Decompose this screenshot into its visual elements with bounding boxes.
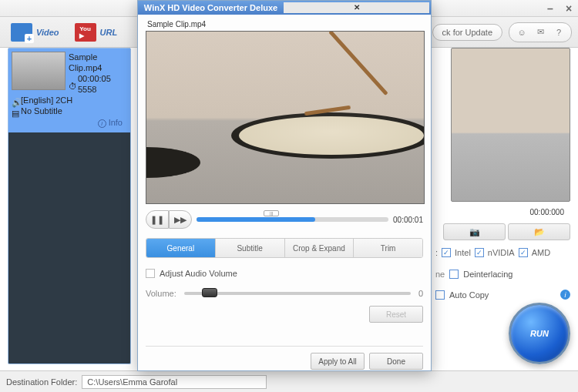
- deinterlacing-checkbox[interactable]: ✓: [449, 270, 459, 279]
- open-folder-button[interactable]: 📂: [508, 223, 570, 240]
- video-label: Video: [36, 28, 59, 37]
- clip-thumbnail: [12, 52, 66, 90]
- youtube-icon: You▶: [75, 23, 96, 42]
- url-label: URL: [100, 28, 118, 37]
- range-handle[interactable]: |||: [264, 210, 279, 216]
- playback-time: 00:00:01: [393, 216, 423, 224]
- info-icon[interactable]: i: [560, 290, 570, 300]
- hw-accel-row: : ✓Intel ✓nVIDIA ✓AMD: [435, 248, 570, 257]
- autocopy-checkbox[interactable]: ✓: [435, 290, 445, 300]
- fast-forward-icon: ▶▶: [174, 215, 187, 225]
- popup-filename: Sample Clip.mp4: [146, 18, 423, 31]
- volume-row: Volume: 0: [146, 289, 423, 298]
- done-button[interactable]: Done: [369, 353, 423, 370]
- folder-icon: 📂: [534, 227, 545, 237]
- popup-title: WinX HD Video Converter Deluxe: [138, 3, 284, 12]
- tab-trim[interactable]: Trim: [353, 239, 422, 257]
- edit-tabs: General Subtitle Crop & Expand Trim: [146, 238, 423, 258]
- autocopy-row: ✓ Auto Copy i: [435, 290, 570, 300]
- clip-item[interactable]: Sample Clip.mp4 ⏱00:00:05 5558 🔊[English…: [8, 49, 130, 132]
- clip-list-panel: Sample Clip.mp4 ⏱00:00:05 5558 🔊[English…: [8, 48, 131, 364]
- volume-value: 0: [418, 289, 423, 298]
- dest-folder-label: Destination Folder:: [6, 377, 77, 387]
- check-update-button[interactable]: ck for Update: [432, 24, 502, 41]
- nvidia-checkbox[interactable]: ✓: [475, 248, 484, 257]
- clip-info-button[interactable]: iInfo: [12, 116, 127, 129]
- clock-icon: ⏱: [69, 81, 76, 88]
- preview-action-tabs: 📷 📂: [443, 223, 570, 240]
- popup-titlebar: WinX HD Video Converter Deluxe ✕: [138, 1, 431, 15]
- snapshot-button[interactable]: 📷: [443, 223, 506, 240]
- reset-button[interactable]: Reset: [369, 306, 423, 323]
- preview-thumbnail: [451, 48, 570, 202]
- volume-slider[interactable]: [184, 292, 411, 295]
- edit-popup: WinX HD Video Converter Deluxe ✕ Sample …: [137, 0, 432, 371]
- minimize-button[interactable]: –: [541, 0, 560, 17]
- run-button[interactable]: RUN: [509, 303, 570, 364]
- video-preview: [146, 31, 425, 204]
- add-video-button[interactable]: Video: [6, 20, 64, 45]
- subtitle-icon: ▤: [12, 108, 18, 115]
- amd-checkbox[interactable]: ✓: [519, 248, 528, 257]
- tab-general[interactable]: General: [146, 239, 215, 257]
- video-plus-icon: [11, 23, 32, 42]
- seek-bar[interactable]: |||: [197, 217, 388, 222]
- audio-icon: 🔊: [12, 97, 18, 104]
- intel-checkbox[interactable]: ✓: [442, 248, 451, 257]
- preview-time: 00:00:000: [530, 208, 565, 216]
- volume-knob[interactable]: [202, 288, 217, 297]
- apply-all-button[interactable]: Apply to All: [311, 353, 365, 370]
- add-url-button[interactable]: You▶ URL: [70, 20, 123, 45]
- pause-button[interactable]: ❚❚: [146, 210, 169, 229]
- tab-crop-expand[interactable]: Crop & Expand: [284, 239, 354, 257]
- adjust-volume-checkbox[interactable]: ✓: [146, 269, 155, 278]
- volume-label: Volume:: [146, 289, 176, 298]
- adjust-volume-row: ✓ Adjust Audio Volume: [146, 269, 423, 278]
- deinterlacing-row: ne ✓ Deinterlacing: [435, 270, 570, 279]
- playback-row: ❚❚ ▶▶ ||| 00:00:01: [146, 210, 423, 229]
- user-icon[interactable]: ☺: [514, 25, 529, 40]
- pause-icon: ❚❚: [150, 215, 164, 225]
- fast-forward-button[interactable]: ▶▶: [169, 210, 192, 229]
- close-button[interactable]: ×: [560, 0, 578, 17]
- tab-subtitle[interactable]: Subtitle: [215, 239, 284, 257]
- clip-filename: Sample Clip.mp4: [69, 52, 127, 73]
- popup-close-button[interactable]: ✕: [284, 2, 429, 13]
- mail-icon[interactable]: ✉: [533, 25, 548, 40]
- help-icon[interactable]: ?: [551, 25, 566, 40]
- camera-icon: 📷: [469, 227, 480, 237]
